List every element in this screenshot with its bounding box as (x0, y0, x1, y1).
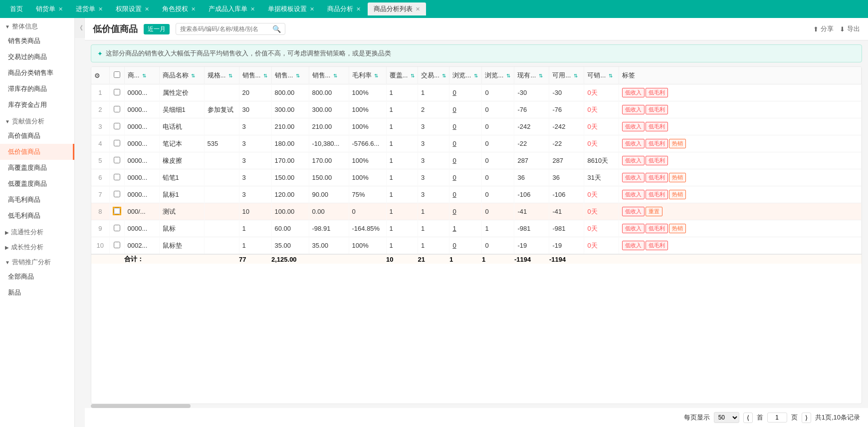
nav-purchase-order[interactable]: 进货单 ✕ (70, 2, 109, 15)
row-checkbox[interactable] (114, 123, 120, 129)
view2-column-header[interactable]: 浏览... ⇅ (482, 67, 514, 84)
view1-link[interactable]: 1 (452, 225, 456, 232)
nav-role-auth[interactable]: 角色授权 ✕ (156, 2, 202, 15)
view1-val[interactable]: 0 (449, 237, 482, 255)
row-checkbox[interactable] (114, 242, 120, 248)
share-button[interactable]: ⬆ 分享 (813, 24, 834, 33)
view1-column-header[interactable]: 浏览... ⇅ (449, 67, 482, 84)
view1-val[interactable]: 0 (449, 135, 482, 152)
sidebar-group-growth[interactable]: ▶ 成长性分析 (0, 239, 74, 254)
view1-val[interactable]: 0 (449, 186, 482, 203)
row-checkbox[interactable] (114, 140, 120, 146)
nav-sales-order[interactable]: 销货单 ✕ (30, 2, 69, 15)
row-checkbox[interactable] (114, 157, 120, 163)
select-all-checkbox[interactable] (114, 71, 120, 78)
view1-link[interactable]: 0 (452, 174, 456, 181)
row-checkbox[interactable] (114, 174, 120, 180)
close-icon[interactable]: ✕ (191, 6, 196, 12)
available-column-header[interactable]: 可用... ⇅ (549, 67, 584, 84)
sidebar-item-all-products[interactable]: 全部商品 (0, 269, 74, 285)
code-column-header[interactable]: 商... ⇅ (124, 67, 159, 84)
row-checkbox-cell[interactable] (109, 203, 124, 220)
view1-link[interactable]: 0 (452, 140, 456, 147)
row-checkbox[interactable] (114, 191, 120, 197)
view1-val[interactable]: 1 (449, 220, 482, 237)
sidebar-collapse-button[interactable]: 《 (75, 18, 85, 38)
close-icon[interactable]: ✕ (356, 6, 361, 12)
sidebar-item-low-margin[interactable]: 低毛利商品 (0, 208, 74, 224)
settings-column-header[interactable]: ⚙ (91, 67, 109, 84)
name-column-header[interactable]: 商品名称 ⇅ (159, 67, 204, 84)
row-checkbox[interactable] (114, 89, 120, 95)
first-page-button[interactable]: ⟨ (743, 413, 753, 423)
scroll-thumb[interactable] (91, 404, 191, 408)
saleable-column-header[interactable]: 可销... ⇅ (584, 67, 619, 84)
close-icon[interactable]: ✕ (310, 6, 314, 12)
view1-val[interactable]: 0 (449, 101, 482, 118)
sidebar-item-high-value[interactable]: 高价值商品 (0, 128, 74, 144)
nav-product-analysis-list[interactable]: 商品分析列表 ✕ (368, 2, 426, 15)
sidebar-group-contribution[interactable]: ▼ 贡献值分析 (0, 113, 74, 128)
close-icon[interactable]: ✕ (58, 6, 63, 12)
sale-amount-column-header[interactable]: 销售... ⇅ (271, 67, 309, 84)
close-icon[interactable]: ✕ (416, 6, 420, 12)
row-checkbox-cell[interactable] (109, 101, 124, 118)
sidebar-item-inventory-capital[interactable]: 库存资金占用 (0, 97, 74, 113)
sidebar-item-high-coverage[interactable]: 高覆盖度商品 (0, 160, 74, 176)
sidebar-item-sales-products[interactable]: 销售类商品 (0, 33, 74, 49)
row-checkbox-cell[interactable] (109, 135, 124, 152)
view1-val[interactable]: 0 (449, 169, 482, 186)
next-page-button[interactable]: ⟩ (802, 413, 811, 423)
current-column-header[interactable]: 现有... ⇅ (514, 67, 549, 84)
nav-template-settings[interactable]: 单据模板设置 ✕ (262, 2, 320, 15)
view1-val[interactable]: 0 (449, 203, 482, 220)
page-size-select[interactable]: 50 100 (714, 412, 739, 423)
search-input[interactable] (180, 25, 269, 32)
nav-product-inbound[interactable]: 产成品入库单 ✕ (203, 2, 261, 15)
view1-link[interactable]: 0 (452, 242, 456, 249)
sale-qty-column-header[interactable]: 销售... ⇅ (239, 67, 271, 84)
row-checkbox[interactable] (114, 106, 120, 112)
coverage-column-header[interactable]: 覆盖... ⇅ (386, 67, 418, 84)
export-button[interactable]: ⬇ 导出 (840, 24, 860, 33)
row-checkbox[interactable] (114, 225, 120, 231)
row-checkbox[interactable] (114, 208, 120, 214)
sidebar-group-liquidity[interactable]: ▶ 流通性分析 (0, 224, 74, 239)
margin-column-header[interactable]: 毛利率 ⇅ (349, 67, 386, 84)
nav-permissions[interactable]: 权限设置 ✕ (110, 2, 155, 15)
view1-link[interactable]: 0 (452, 89, 456, 96)
view1-val[interactable]: 0 (449, 152, 482, 169)
view1-val[interactable]: 0 (449, 118, 482, 135)
sidebar-item-category-sales-rate[interactable]: 商品分类销售率 (0, 65, 74, 81)
sidebar-group-overall[interactable]: ▼ 整体信息 (0, 18, 74, 33)
sidebar-item-low-value[interactable]: 低价值商品 (0, 144, 74, 160)
row-checkbox-cell[interactable] (109, 220, 124, 237)
row-checkbox-cell[interactable] (109, 186, 124, 203)
sidebar-item-traded-products[interactable]: 交易过的商品 (0, 49, 74, 65)
time-badge[interactable]: 近一月 (144, 24, 170, 34)
sidebar-item-new-products[interactable]: 新品 (0, 285, 74, 301)
close-icon[interactable]: ✕ (250, 6, 255, 12)
sidebar-item-slow-inventory[interactable]: 滞库存的商品 (0, 81, 74, 97)
nav-product-analysis[interactable]: 商品分析 ✕ (321, 2, 367, 15)
view1-link[interactable]: 0 (452, 208, 456, 215)
row-checkbox-cell[interactable] (109, 84, 124, 101)
view1-link[interactable]: 0 (452, 191, 456, 198)
spec-column-header[interactable]: 规格... ⇅ (204, 67, 239, 84)
page-number-input[interactable] (767, 413, 787, 423)
horizontal-scrollbar[interactable] (91, 404, 862, 408)
close-icon[interactable]: ✕ (145, 6, 149, 12)
row-checkbox-cell[interactable] (109, 237, 124, 255)
view1-link[interactable]: 0 (452, 157, 456, 164)
row-checkbox-cell[interactable] (109, 152, 124, 169)
row-checkbox-cell[interactable] (109, 169, 124, 186)
view1-link[interactable]: 0 (452, 106, 456, 113)
nav-home[interactable]: 首页 (4, 2, 29, 15)
sidebar-item-high-margin[interactable]: 高毛利商品 (0, 192, 74, 208)
view1-val[interactable]: 0 (449, 84, 482, 101)
checkbox-column-header[interactable] (109, 67, 124, 84)
sale-price-column-header[interactable]: 销售... ⇅ (309, 67, 349, 84)
trade-column-header[interactable]: 交易... ⇅ (418, 67, 449, 84)
search-icon[interactable]: 🔍 (272, 25, 281, 33)
sidebar-group-marketing[interactable]: ▼ 营销推广分析 (0, 254, 74, 269)
